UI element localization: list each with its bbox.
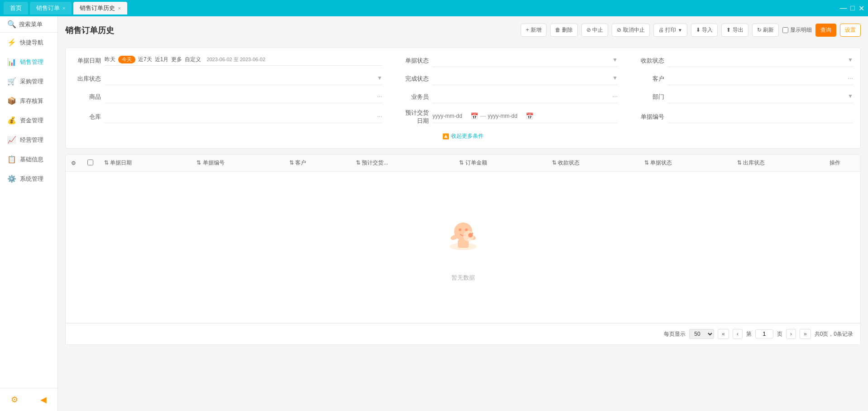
sidebar-item-operations[interactable]: 📈 经营管理 <box>0 130 58 150</box>
department-value[interactable]: ▼ <box>668 91 853 103</box>
product-label: 商品 <box>73 93 105 101</box>
sidebar-item-basic-info[interactable]: 📋 基础信息 <box>0 150 58 169</box>
warehouse-label: 仓库 <box>73 113 105 121</box>
warehouse-dots: ··· <box>377 112 383 120</box>
order-number-value[interactable] <box>668 111 853 123</box>
window-close-btn[interactable]: ✕ <box>858 4 864 13</box>
department-arrow: ▼ <box>848 93 853 99</box>
select-all-checkbox[interactable] <box>87 160 93 165</box>
sidebar-item-search-menu[interactable]: 🔍 搜索菜单 <box>0 16 58 33</box>
sidebar: 🔍 搜索菜单 ⚡ 快捷导航 📊 销售管理 🛒 采购管理 📦 库存核算 💰 资金管… <box>0 16 58 411</box>
col-payment-status[interactable]: ⇅ 收款状态 <box>547 155 639 172</box>
col-amount[interactable]: ⇅ 订单金额 <box>454 155 546 172</box>
first-page-btn[interactable]: « <box>718 329 729 339</box>
col-outbound-status[interactable]: ⇅ 出库状态 <box>732 155 824 172</box>
order-number-label: 单据编号 <box>636 113 668 121</box>
date-filter-label: 单据日期 <box>73 57 105 65</box>
tab-home[interactable]: 首页 <box>4 2 28 15</box>
date-option-1month[interactable]: 近1月 <box>155 56 169 63</box>
last-page-btn[interactable]: » <box>800 329 811 339</box>
sidebar-item-quick-nav[interactable]: ⚡ 快捷导航 <box>0 33 58 52</box>
sidebar-item-system[interactable]: ⚙️ 系统管理 <box>0 169 58 189</box>
filter-row-3: 商品 ··· 业务员 ··· 部门 ▼ <box>73 91 853 103</box>
delivery-date-from[interactable] <box>432 113 469 119</box>
table-header: ⚙ ⇅ 单据日期 ⇅ 单据编号 ⇅ 客户 <box>66 155 860 172</box>
calendar-from-icon[interactable]: 📅 <box>470 112 478 120</box>
sidebar-item-sales[interactable]: 📊 销售管理 <box>0 52 58 72</box>
warehouse-value[interactable]: ··· <box>105 111 382 123</box>
col-action: 操作 <box>824 155 860 172</box>
display-detail-checkbox[interactable] <box>782 27 788 33</box>
filter-row-1: 单据日期 昨天 今天 近7天 近1月 更多 自定义 2023-06-02 至 2… <box>73 54 853 67</box>
col-customer[interactable]: ⇅ 客户 <box>284 155 350 172</box>
outbound-arrow: ▼ <box>377 75 382 81</box>
query-button[interactable]: 查询 <box>815 24 836 37</box>
col-delivery-label: ⇅ 预计交货... <box>356 160 388 166</box>
tab-sales-order[interactable]: 销售订单 × <box>30 2 72 15</box>
col-number-label: ⇅ 单据编号 <box>197 160 224 166</box>
date-option-more[interactable]: 更多 <box>171 56 182 63</box>
sidebar-operations-label: 经营管理 <box>20 136 43 144</box>
collapse-sidebar-icon[interactable]: ◀ <box>38 392 49 407</box>
tab-sales-order-history[interactable]: 销售订单历史 × <box>73 2 127 15</box>
completion-value[interactable]: ▼ <box>432 73 618 85</box>
col-number[interactable]: ⇅ 单据编号 <box>191 155 283 172</box>
window-controls: — □ ✕ <box>839 4 864 13</box>
basic-info-icon: 📋 <box>7 155 16 164</box>
col-checkbox[interactable] <box>82 155 99 172</box>
col-amount-label: ⇅ 订单金额 <box>459 160 487 166</box>
prev-page-btn[interactable]: ‹ <box>733 329 743 339</box>
sidebar-item-inventory[interactable]: 📦 库存核算 <box>0 91 58 111</box>
sidebar-item-purchase[interactable]: 🛒 采购管理 <box>0 72 58 91</box>
cancel-stop-button[interactable]: ⊘ 取消中止 <box>612 24 649 37</box>
tab-sales-order-close[interactable]: × <box>62 5 65 11</box>
sidebar-system-label: 系统管理 <box>20 175 43 183</box>
refresh-button[interactable]: ↻ 刷新 <box>752 24 779 37</box>
payment-status-value[interactable]: ▼ <box>668 54 853 67</box>
tab-sales-order-history-close[interactable]: × <box>118 5 120 11</box>
settings-button[interactable]: 设置 <box>840 24 861 37</box>
window-max-btn[interactable]: □ <box>850 4 855 12</box>
col-order-status[interactable]: ⇅ 单据状态 <box>639 155 731 172</box>
customer-value[interactable]: ··· <box>668 73 853 85</box>
page-size-select[interactable]: 20 50 100 <box>689 329 714 339</box>
col-settings[interactable]: ⚙ <box>66 155 82 172</box>
collapse-up-icon: 🔼 <box>442 133 449 140</box>
search-menu-icon: 🔍 <box>7 20 16 29</box>
date-option-today[interactable]: 今天 <box>118 56 135 63</box>
calendar-to-icon[interactable]: 📅 <box>526 112 533 120</box>
date-option-yesterday[interactable]: 昨天 <box>105 56 115 63</box>
col-expected-delivery[interactable]: ⇅ 预计交货... <box>350 155 454 172</box>
settings-bottom-icon[interactable]: ⚙ <box>8 392 21 407</box>
date-option-7days[interactable]: 近7天 <box>138 56 152 63</box>
order-status-value[interactable]: ▼ <box>432 54 618 67</box>
display-detail-text: 显示明细 <box>790 26 812 34</box>
content-area: 销售订单历史 + 新增 🗑 删除 ⊘ 中止 ⊘ 取消中止 🖨 打印 ▼ ⬇ 导入… <box>58 16 868 411</box>
page-header: 销售订单历史 + 新增 🗑 删除 ⊘ 中止 ⊘ 取消中止 🖨 打印 ▼ ⬇ 导入… <box>65 24 861 42</box>
customer-dots: ··· <box>848 74 853 82</box>
delete-button[interactable]: 🗑 删除 <box>550 24 578 37</box>
import-button[interactable]: ⬇ 导入 <box>691 24 718 37</box>
stop-button[interactable]: ⊘ 中止 <box>581 24 608 37</box>
delivery-date-to[interactable] <box>488 113 524 119</box>
col-date[interactable]: ⇅ 单据日期 <box>99 155 191 172</box>
date-option-custom[interactable]: 自定义 <box>185 56 201 63</box>
salesperson-value[interactable]: ··· <box>432 91 618 103</box>
delivery-date-label: 预计交货日期 <box>401 109 432 125</box>
next-page-btn[interactable]: › <box>786 329 796 339</box>
outbound-value[interactable]: ▼ <box>105 73 382 85</box>
display-detail-label[interactable]: 显示明细 <box>782 26 812 34</box>
print-button[interactable]: 🖨 打印 ▼ <box>653 24 687 37</box>
page-input[interactable]: 1 <box>755 329 773 338</box>
print-dropdown-icon[interactable]: ▼ <box>678 28 682 33</box>
product-value[interactable]: ··· <box>105 91 382 103</box>
collapse-filter-bar[interactable]: 🔼 收起更多条件 <box>73 131 853 142</box>
total-info: 共0页，0条记录 <box>815 330 853 338</box>
operations-icon: 📈 <box>7 135 16 144</box>
export-button[interactable]: ⬆ 导出 <box>721 24 748 37</box>
date-range-text: 2023-06-02 至 2023-06-02 <box>206 56 265 63</box>
window-min-btn[interactable]: — <box>839 4 847 12</box>
filter-row-4: 仓库 ··· 预计交货日期 📅 — 📅 单据编号 <box>73 109 853 125</box>
new-button[interactable]: + 新增 <box>521 24 546 37</box>
sidebar-item-finance[interactable]: 💰 资金管理 <box>0 111 58 130</box>
